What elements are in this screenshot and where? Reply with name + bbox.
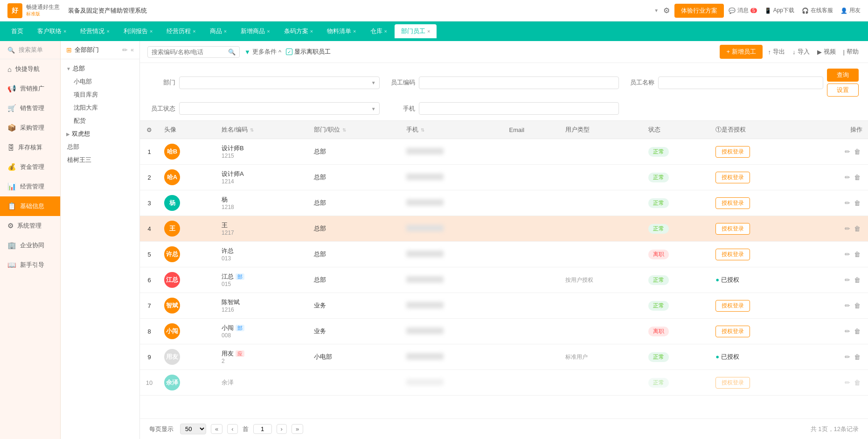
edit-btn[interactable]: ✏ — [845, 328, 850, 335]
emp-code-input[interactable] — [419, 77, 619, 89]
tab-operation[interactable]: 经营情况 × — [74, 24, 116, 38]
auth-login-btn[interactable]: 授权登录 — [715, 223, 750, 235]
prev-page-btn[interactable]: ‹ — [227, 424, 237, 434]
delete-btn[interactable]: 🗑 — [854, 353, 861, 361]
edit-btn[interactable]: ✏ — [845, 199, 850, 207]
edit-btn[interactable]: ✏ — [845, 251, 850, 258]
emp-name-input[interactable] — [658, 77, 823, 89]
import-btn[interactable]: ↓ 导入 — [791, 48, 812, 56]
delete-btn[interactable]: 🗑 — [854, 276, 861, 284]
app-download-btn[interactable]: 📱 App下载 — [764, 7, 794, 14]
settings-icon[interactable]: ⚙ — [663, 6, 670, 15]
edit-btn[interactable]: ✏ — [845, 276, 850, 284]
sidebar-item-purchase[interactable]: 📦 采购管理 — [0, 118, 60, 138]
show-departed-check[interactable]: ✓ 显示离职员工 — [286, 48, 331, 56]
close-icon[interactable]: × — [267, 28, 270, 34]
query-btn[interactable]: 查询 — [827, 69, 859, 82]
delete-btn[interactable]: 🗑 — [854, 225, 861, 232]
show-departed-checkbox[interactable]: ✓ — [286, 49, 292, 55]
edit-btn[interactable]: ✏ — [845, 379, 850, 386]
close-icon[interactable]: × — [193, 28, 195, 34]
col-dept[interactable]: 部门/职位 ⇅ — [308, 121, 401, 139]
dept-node-distribution[interactable]: 配货 — [61, 114, 139, 127]
auth-login-btn[interactable]: 授权登录 — [715, 249, 750, 260]
dept-select[interactable] — [179, 77, 380, 89]
dept-node-project[interactable]: 项目库房 — [61, 88, 139, 101]
last-page-btn[interactable]: » — [292, 424, 303, 434]
dept-collapse-icon[interactable]: « — [131, 47, 134, 53]
tab-customer[interactable]: 客户联络 × — [31, 24, 73, 38]
sidebar-item-sales[interactable]: 🛒 销售管理 — [0, 98, 60, 118]
edit-btn[interactable]: ✏ — [845, 302, 850, 309]
delete-btn[interactable]: 🗑 — [854, 251, 861, 258]
close-icon[interactable]: × — [224, 28, 227, 34]
more-conditions-btn[interactable]: ▼ 更多条件 ^ — [244, 48, 281, 56]
tab-home[interactable]: 首页 — [5, 24, 30, 38]
delete-btn[interactable]: 🗑 — [854, 328, 861, 335]
col-phone[interactable]: 手机 ⇅ — [401, 121, 504, 139]
add-employee-btn[interactable]: + 新增员工 — [720, 45, 762, 59]
edit-btn[interactable]: ✏ — [845, 353, 850, 361]
close-icon[interactable]: × — [63, 28, 66, 34]
online-service-btn[interactable]: 🎧 在线客服 — [802, 7, 833, 14]
close-icon[interactable]: × — [427, 28, 430, 34]
next-page-btn[interactable]: › — [277, 424, 287, 434]
export-btn[interactable]: ↑ 导出 — [766, 48, 787, 56]
message-btn[interactable]: 💬 消息 5 — [729, 7, 757, 14]
sidebar-item-operation[interactable]: 📊 经营管理 — [0, 177, 60, 196]
emp-status-select[interactable] — [179, 102, 380, 115]
user-btn[interactable]: 👤 用友 — [840, 7, 861, 14]
edit-btn[interactable]: ✏ — [845, 225, 850, 232]
sidebar-item-quick-nav[interactable]: ⌂ 快捷导航 — [0, 59, 60, 79]
tab-bom[interactable]: 物料清单 × — [320, 24, 362, 38]
close-icon[interactable]: × — [384, 28, 387, 34]
tab-warehouse[interactable]: 仓库 × — [364, 24, 394, 38]
close-icon[interactable]: × — [353, 28, 356, 34]
sidebar-item-enterprise[interactable]: 🏢 企业协同 — [0, 236, 60, 255]
auth-login-btn[interactable]: 授权登录 — [715, 197, 750, 209]
help-btn[interactable]: | 帮助 — [841, 48, 861, 56]
delete-btn[interactable]: 🗑 — [854, 379, 861, 386]
search-input[interactable] — [152, 49, 226, 56]
sidebar-item-system[interactable]: ⚙ 系统管理 — [0, 216, 60, 236]
view-btn[interactable]: ▶ 视频 — [815, 48, 838, 56]
auth-login-btn[interactable]: 授权登录 — [715, 146, 750, 158]
dept-group-label-hq[interactable]: ▼总部 — [61, 62, 139, 75]
reset-btn[interactable]: 设置 — [827, 84, 859, 97]
auth-login-btn[interactable]: 授权登录 — [715, 172, 750, 183]
dept-node-zhishu[interactable]: 植树王三 — [61, 153, 139, 167]
tab-history[interactable]: 经营历程 × — [160, 24, 202, 38]
sidebar-item-basic-info[interactable]: 📋 基础信息 — [0, 196, 60, 216]
first-page-btn[interactable]: « — [211, 424, 222, 434]
phone-input[interactable] — [419, 102, 619, 115]
edit-btn[interactable]: ✏ — [845, 174, 850, 181]
sidebar-item-finance[interactable]: 💰 资金管理 — [0, 157, 60, 177]
col-name-code[interactable]: 姓名/编码 ⇅ — [216, 121, 308, 139]
dept-group-label-sh[interactable]: ▶双虎想 — [61, 127, 139, 140]
delete-btn[interactable]: 🗑 — [854, 302, 861, 309]
auth-login-btn[interactable]: 授权登录 — [715, 326, 750, 337]
tab-department[interactable]: 部门员工 × — [395, 24, 437, 38]
page-input[interactable] — [253, 424, 272, 434]
tab-goods[interactable]: 商品 × — [203, 24, 233, 38]
delete-btn[interactable]: 🗑 — [854, 199, 861, 207]
delete-btn[interactable]: 🗑 — [854, 174, 861, 181]
sidebar-item-marketing[interactable]: 📢 营销推广 — [0, 79, 60, 98]
system-title-arrow[interactable]: ▼ — [654, 8, 659, 13]
dept-node-zongbu[interactable]: 总部 — [61, 140, 139, 153]
col-settings[interactable]: ⚙ — [140, 121, 159, 139]
experience-btn[interactable]: 体验行业方案 — [674, 4, 724, 18]
auth-login-btn[interactable]: 授权登录 — [715, 300, 750, 312]
dept-edit-icon[interactable]: ✏ — [122, 46, 128, 54]
sidebar-item-guide[interactable]: 📖 新手引导 — [0, 255, 60, 275]
edit-btn[interactable]: ✏ — [845, 148, 850, 155]
dept-node-xiao-dian[interactable]: 小电部 — [61, 75, 139, 88]
sidebar-item-inventory[interactable]: 🗄 库存核算 — [0, 138, 60, 157]
dept-node-shenyang[interactable]: 沈阳大库 — [61, 101, 139, 114]
close-icon[interactable]: × — [106, 28, 109, 34]
close-icon[interactable]: × — [310, 28, 313, 34]
tab-new-goods[interactable]: 新增商品 × — [234, 24, 276, 38]
delete-btn[interactable]: 🗑 — [854, 148, 861, 155]
auth-login-btn[interactable]: 授权登录 — [715, 377, 750, 389]
per-page-select[interactable]: 50 20 100 — [180, 424, 206, 434]
